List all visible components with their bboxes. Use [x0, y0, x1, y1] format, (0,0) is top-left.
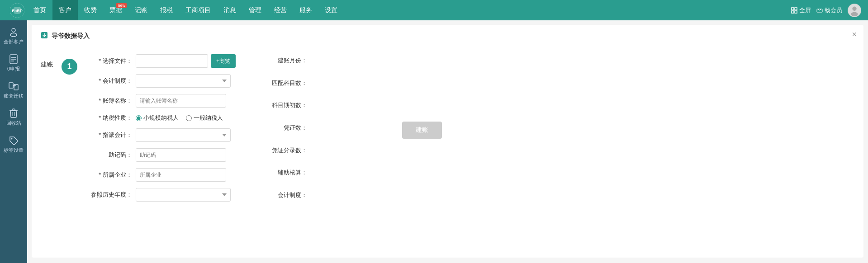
memo-code-label: 助记码： [91, 151, 132, 159]
step-badge: 1 [62, 59, 77, 75]
ledger-name-label: * 账簿名称： [91, 97, 132, 105]
svg-rect-3 [795, 8, 797, 10]
svg-point-8 [852, 6, 856, 10]
form-right-area: 建账月份： 匹配科目数： 科目期初数： 凭证数： 凭证分录数： 辅助核算： 会计… [272, 54, 442, 202]
nav-item-fee[interactable]: 收费 [78, 0, 103, 20]
step-prefix: 建账 [41, 56, 53, 72]
nav-item-business[interactable]: 工商项目 [179, 0, 217, 20]
svg-point-11 [10, 33, 17, 37]
nav-items: 首页 客户 收费 票据 new 记账 报税 工商项目 消息 管理 经营 服务 设… [27, 0, 791, 20]
panel-header: 导爷数据导入 [41, 32, 854, 45]
build-account-button[interactable]: 建账 [402, 122, 442, 139]
info-grid: 建账月份： 匹配科目数： 科目期初数： 凭证数： 凭证分录数： 辅助核算： 会计… [272, 54, 375, 202]
tax-general-option[interactable]: 一般纳税人 [186, 114, 223, 122]
file-label: * 选择文件： [91, 57, 132, 65]
sidebar-label-all-clients: 全部客户 [4, 38, 24, 45]
sidebar-label-recycle: 回收站 [6, 120, 21, 127]
ledger-name-field [136, 94, 245, 108]
form-left: 建账 1 * 选择文件： +浏览 * 会计制度： [41, 54, 245, 202]
voucher-count-label: 凭证数： [272, 124, 307, 132]
assign-accountant-label: * 指派会计： [91, 131, 132, 139]
vip-button[interactable]: 畅会员 [816, 6, 842, 14]
history-year-select[interactable] [136, 188, 231, 202]
top-nav: EaRP 首页 客户 收费 票据 new 记账 报税 工商项目 消息 管理 经营… [0, 0, 868, 20]
tax-small-radio[interactable] [136, 115, 142, 121]
form-area: 建账 1 * 选择文件： +浏览 * 会计制度： [41, 54, 854, 202]
company-label: * 所属企业： [91, 171, 132, 179]
trash-icon [9, 108, 19, 118]
company-field [136, 168, 245, 182]
sidebar-label-tag-settings: 标签设置 [4, 147, 24, 154]
panel-title: 导爷数据导入 [52, 32, 90, 40]
nav-item-invoice[interactable]: 票据 new [103, 0, 128, 20]
subject-init-label: 科目期初数： [272, 101, 307, 109]
report-icon [9, 54, 19, 64]
nav-item-operation[interactable]: 经营 [268, 0, 293, 20]
close-button[interactable]: × [852, 30, 857, 38]
company-input[interactable] [136, 168, 226, 182]
accounting-system-label: * 会计制度： [91, 77, 132, 85]
history-year-field [136, 188, 245, 202]
fullscreen-label: 全屏 [799, 6, 811, 14]
vip-label: 畅会员 [825, 6, 842, 14]
svg-point-21 [11, 138, 13, 140]
svg-point-10 [12, 28, 15, 32]
assign-accountant-field [136, 128, 245, 142]
accounting-system-select[interactable] [136, 74, 231, 88]
build-month-label: 建账月份： [272, 56, 307, 65]
nav-right: 全屏 畅会员 [791, 4, 868, 17]
form-grid: * 选择文件： +浏览 * 会计制度： * 账簿名称： [91, 54, 245, 202]
svg-rect-2 [792, 8, 794, 10]
nav-item-settings[interactable]: 设置 [318, 0, 344, 20]
sidebar-item-tag-settings[interactable]: 标签设置 [0, 131, 27, 158]
history-year-label: 参照历史年度： [91, 191, 132, 199]
browse-button[interactable]: +浏览 [211, 54, 236, 68]
person-icon [9, 27, 19, 37]
accounting-system-field [136, 74, 245, 88]
import-icon [41, 32, 48, 40]
sidebar-item-recycle[interactable]: 回收站 [0, 104, 27, 131]
logo: EaRP [5, 0, 25, 20]
import-panel: 导爷数据导入 × 建账 1 * 选择文件： +浏览 * [32, 25, 863, 258]
tax-type-label: * 纳税性质： [91, 114, 132, 122]
nav-item-client[interactable]: 客户 [52, 0, 78, 20]
sidebar-item-account-migration[interactable]: 账套迁移 [0, 77, 27, 104]
match-subject-label: 匹配科目数： [272, 79, 307, 87]
voucher-entries-label: 凭证分录数： [272, 146, 307, 155]
tax-general-label: 一般纳税人 [194, 114, 223, 122]
tax-small-option[interactable]: 小规模纳税人 [136, 114, 179, 122]
tag-icon [9, 136, 19, 146]
nav-item-home[interactable]: 首页 [27, 0, 52, 20]
sidebar: 全部客户 0申报 账套迁移 [0, 20, 27, 263]
new-badge: new [116, 3, 127, 8]
file-input[interactable] [136, 54, 208, 68]
assign-accountant-select[interactable] [136, 128, 231, 142]
svg-rect-16 [9, 83, 13, 88]
memo-code-input[interactable] [136, 148, 226, 162]
nav-item-manage[interactable]: 管理 [242, 0, 268, 20]
logo-icon: EaRP [10, 3, 24, 18]
tax-small-label: 小规模纳税人 [143, 114, 179, 122]
sidebar-item-zero-report[interactable]: 0申报 [0, 50, 27, 77]
fullscreen-button[interactable]: 全屏 [791, 6, 811, 14]
main-content: 导爷数据导入 × 建账 1 * 选择文件： +浏览 * [27, 20, 868, 263]
avatar[interactable] [848, 4, 861, 17]
migrate-icon [9, 81, 19, 91]
nav-item-service[interactable]: 服务 [293, 0, 318, 20]
nav-item-bookkeeping[interactable]: 记账 [128, 0, 154, 20]
sidebar-label-zero-report: 0申报 [7, 66, 20, 72]
memo-code-field [136, 148, 245, 162]
svg-point-9 [851, 12, 858, 16]
ledger-name-input[interactable] [136, 94, 226, 108]
svg-rect-5 [795, 11, 797, 13]
sidebar-item-all-clients[interactable]: 全部客户 [0, 23, 27, 50]
tax-type-field: 小规模纳税人 一般纳税人 [136, 114, 245, 122]
nav-item-tax[interactable]: 报税 [154, 0, 179, 20]
svg-rect-4 [792, 11, 794, 13]
nav-item-message[interactable]: 消息 [217, 0, 242, 20]
accounting-system2-label: 会计制度： [272, 191, 307, 199]
file-field: +浏览 [136, 54, 245, 68]
tax-general-radio[interactable] [186, 115, 192, 121]
svg-text:EaRP: EaRP [12, 9, 23, 13]
sidebar-label-account-migration: 账套迁移 [4, 93, 24, 99]
